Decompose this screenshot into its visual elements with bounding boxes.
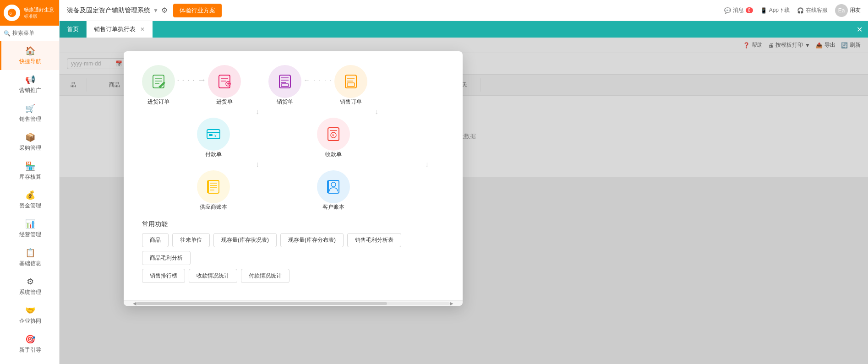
flow-row-arrows: ↓ ↓ — [197, 106, 404, 118]
system-name: 装备及固定资产辅助管理系统 ▼ ⚙ — [67, 6, 168, 15]
scrollbar-left-arrow[interactable]: ◀ — [133, 301, 136, 306]
search-menu[interactable]: 🔍 搜索菜单 — [0, 26, 59, 41]
sales-bill-icon[interactable] — [268, 65, 301, 98]
message-badge: 6 — [746, 7, 753, 13]
receipt-bill-label: 收款单 — [325, 151, 342, 158]
sidebar-item-operation[interactable]: 📊 经营管理 — [0, 214, 59, 243]
scrollbar-track — [136, 302, 450, 305]
app-download-btn[interactable]: 📱 App下载 — [760, 6, 790, 14]
guide-icon: 🎯 — [25, 334, 35, 344]
customer-ledger-label: 客户账本 — [322, 203, 344, 211]
purchase-bill-node: 进货单 — [208, 65, 241, 106]
sidebar-item-quick-nav[interactable]: 🏠 快捷导航 — [0, 41, 59, 70]
sales-order-icon[interactable] — [334, 65, 367, 98]
arrow-down-4: ↓ — [399, 158, 454, 170]
purchase-bill-icon[interactable] — [208, 65, 241, 98]
tab-close-icon[interactable]: ✕ — [140, 26, 145, 33]
func-btn-receipt-stats[interactable]: 收款情况统计 — [189, 269, 237, 283]
sidebar-item-base-info[interactable]: 📋 基础信息 — [0, 243, 59, 272]
flow-row-arrows2: ↓ ↓ — [197, 158, 454, 170]
payment-bill-icon[interactable]: ¥ — [197, 118, 230, 151]
arrow-down-2: ↓ — [349, 106, 404, 118]
user-avatar[interactable]: Ea 用友 — [835, 4, 861, 17]
sidebar-item-system[interactable]: ⚙ 系统管理 — [0, 272, 59, 301]
svg-point-37 — [331, 182, 336, 187]
tab-home[interactable]: 首页 — [60, 21, 87, 38]
message-icon: 💬 — [724, 7, 731, 14]
sidebar-item-finance[interactable]: 💰 资金管理 — [0, 185, 59, 214]
arrow-down-3: ↓ — [230, 158, 285, 170]
service-icon: 🎧 — [797, 7, 804, 14]
search-icon: 🔍 — [4, 30, 11, 37]
scrollbar-thumb[interactable] — [136, 302, 387, 305]
customer-ledger-icon[interactable] — [317, 170, 350, 203]
flow-diagram: 进货订单 · · · · → 进货单 — [142, 65, 444, 211]
svg-text:¥: ¥ — [332, 133, 334, 137]
app-logo: 6 畅康通好生意 标准版 — [0, 0, 59, 26]
payment-bill-node: ¥ 付款单 — [197, 118, 230, 158]
purchase-bill-label: 进货单 — [216, 98, 233, 106]
svg-rect-17 — [281, 84, 289, 87]
svg-text:6: 6 — [10, 11, 12, 16]
arrow-down-1: ↓ — [230, 106, 285, 118]
purchase-icon: 📦 — [25, 132, 35, 142]
sidebar-item-purchase[interactable]: 📦 采购管理 — [0, 128, 59, 157]
sidebar-item-cooperation[interactable]: 🤝 企业协同 — [0, 301, 59, 330]
func-btn-payment-stats[interactable]: 付款情况统计 — [241, 269, 289, 283]
supplier-ledger-icon[interactable] — [197, 170, 230, 203]
tabbar: 首页 销售订单执行表 ✕ ✕ — [60, 21, 868, 38]
func-btn-partner[interactable]: 往来单位 — [172, 233, 210, 247]
func-btn-sales-profit[interactable]: 销售毛利分析表 — [347, 233, 401, 247]
arrow-1: · · · · → — [177, 75, 206, 96]
sales-order-node: 销售订单 — [334, 65, 367, 106]
avatar: Ea — [835, 4, 848, 17]
svg-rect-38 — [327, 180, 329, 193]
settings-icon[interactable]: ⚙ — [161, 6, 168, 15]
scrollbar-right-arrow[interactable]: ▶ — [450, 301, 453, 306]
quick-nav-modal: 进货订单 · · · · → 进货单 — [124, 51, 463, 306]
trial-btn[interactable]: 体验行业方案 — [173, 4, 222, 17]
online-service-btn[interactable]: 🎧 在线客服 — [797, 6, 828, 14]
flow-row-1: 进货订单 · · · · → 进货单 — [142, 65, 367, 106]
cooperation-icon: 🤝 — [25, 305, 35, 315]
sales-icon: 🛒 — [25, 103, 35, 114]
logo-text: 畅康通好生意 标准版 — [24, 6, 54, 19]
sales-bill-label: 销货单 — [277, 98, 293, 106]
window-close-btn[interactable]: ✕ — [851, 25, 868, 34]
svg-rect-35 — [207, 180, 209, 193]
sidebar-item-marketing[interactable]: 📢 营销推广 — [0, 70, 59, 99]
func-btn-product[interactable]: 商品 — [142, 233, 169, 247]
modal-overlay[interactable]: 进货订单 · · · · → 进货单 — [60, 38, 868, 364]
message-btn[interactable]: 💬 消息 6 — [724, 6, 753, 14]
modal-scrollbar[interactable]: ◀ ▶ — [124, 300, 463, 306]
svg-rect-30 — [208, 180, 219, 193]
svg-rect-22 — [207, 130, 220, 139]
func-buttons-row1: 商品 往来单位 现存量(库存状况表) 现存量(库存分布表) 销售毛利分析表 商品… — [142, 233, 444, 265]
sidebar-item-inventory[interactable]: 🏪 库存核算 — [0, 157, 59, 185]
system-dropdown-icon[interactable]: ▼ — [153, 7, 158, 14]
func-btn-sales-rank[interactable]: 销售排行榜 — [142, 269, 185, 283]
system-icon: ⚙ — [27, 277, 34, 287]
operation-icon: 📊 — [25, 219, 35, 229]
base-info-icon: 📋 — [25, 248, 35, 258]
flow-row-2: ¥ 付款单 ¥ 收款单 — [197, 118, 350, 158]
sales-order-label: 销售订单 — [340, 98, 362, 106]
purchase-order-icon[interactable] — [142, 65, 175, 98]
receipt-bill-icon[interactable]: ¥ — [317, 118, 350, 151]
common-functions: 常用功能 商品 往来单位 现存量(库存状况表) 现存量(库存分布表) 销售毛利分… — [142, 220, 444, 291]
purchase-order-label: 进货订单 — [147, 98, 169, 106]
finance-icon: 💰 — [25, 190, 35, 200]
payment-bill-label: 付款单 — [205, 151, 222, 158]
svg-rect-2 — [153, 75, 164, 88]
customer-ledger-node: 客户账本 — [317, 170, 350, 211]
receipt-bill-node: ¥ 收款单 — [317, 118, 350, 158]
flow-row-3: 供应商账本 客户账本 — [197, 170, 350, 211]
marketing-icon: 📢 — [25, 75, 35, 85]
func-btn-stock-status[interactable]: 现存量(库存状况表) — [213, 233, 277, 247]
sidebar-item-guide[interactable]: 🎯 新手引导 — [0, 330, 59, 359]
func-btn-stock-dist[interactable]: 现存量(库存分布表) — [280, 233, 344, 247]
func-btn-product-profit[interactable]: 商品毛利分析 — [142, 251, 191, 265]
tab-sales-order-exec[interactable]: 销售订单执行表 ✕ — [87, 21, 153, 38]
sidebar-item-sales[interactable]: 🛒 销售管理 — [0, 99, 59, 128]
svg-text:¥: ¥ — [214, 134, 217, 138]
